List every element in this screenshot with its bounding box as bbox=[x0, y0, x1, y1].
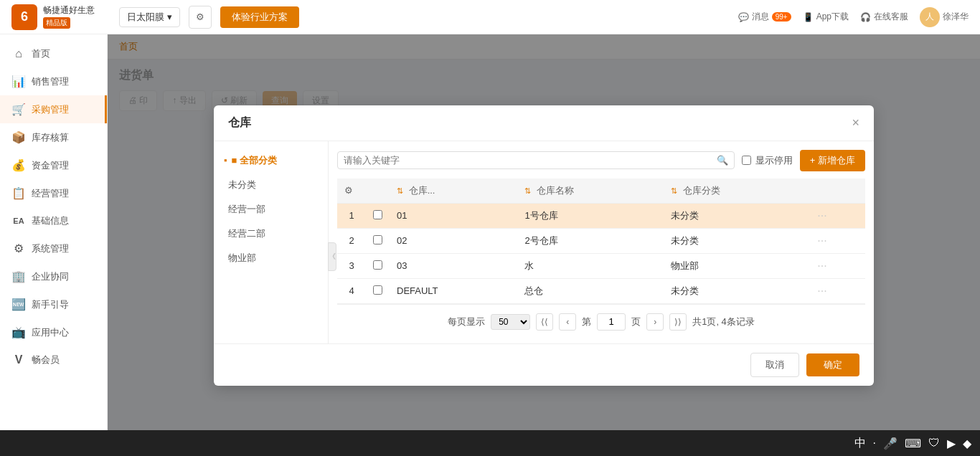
table-row[interactable]: 2 02 2号仓库 未分类 ··· bbox=[337, 228, 865, 253]
last-page-button[interactable]: ⟩⟩ bbox=[669, 313, 687, 331]
row-num: 2 bbox=[337, 228, 366, 253]
modal-overlay: 仓库 × ▪ ■ 全部分类 未分类 经营一部 经营二部 物业部 bbox=[108, 34, 980, 456]
headset-icon: 🎧 bbox=[860, 12, 871, 22]
trial-button[interactable]: 体验行业方案 bbox=[220, 6, 299, 28]
sidebar-item-purchase[interactable]: 🛒 采购管理 bbox=[0, 95, 107, 123]
row-category: 未分类 bbox=[664, 203, 810, 228]
app-download-button[interactable]: 📱 App下载 bbox=[803, 11, 849, 23]
col-actions-end bbox=[810, 179, 865, 204]
col-code[interactable]: ⇅ 仓库... bbox=[390, 179, 517, 204]
sidebar-item-inventory[interactable]: 📦 库存核算 bbox=[0, 123, 107, 151]
apps-icon: 📺 bbox=[11, 326, 26, 339]
pagination: 每页显示 50 20 100 ⟨⟨ ‹ 第 页 › bbox=[337, 304, 865, 335]
purchase-icon: 🛒 bbox=[11, 103, 26, 116]
user-profile-button[interactable]: 人 徐泽华 bbox=[920, 7, 969, 27]
search-input[interactable] bbox=[344, 155, 712, 166]
sidebar-item-guide[interactable]: 🆕 新手引导 bbox=[0, 290, 107, 318]
logo-text: 畅捷通好生意 bbox=[43, 5, 95, 16]
row-checkbox[interactable] bbox=[373, 235, 382, 244]
logo-badge: 精品版 bbox=[43, 17, 70, 29]
bottom-mic-icon[interactable]: 🎤 bbox=[883, 437, 897, 450]
bottom-dot-icon: · bbox=[873, 437, 876, 450]
table-row[interactable]: 3 03 水 物业部 ··· bbox=[337, 253, 865, 278]
bottom-zh-icon[interactable]: 中 bbox=[854, 436, 866, 451]
row-checkbox[interactable] bbox=[373, 210, 382, 219]
messages-badge: 99+ bbox=[772, 12, 791, 22]
basics-icon: EA bbox=[11, 217, 26, 225]
table-row[interactable]: 1 01 1号仓库 未分类 ··· bbox=[337, 203, 865, 228]
row-checkbox[interactable] bbox=[373, 260, 382, 270]
sidebar-item-enterprise[interactable]: 🏢 企业协同 bbox=[0, 262, 107, 290]
next-page-button[interactable]: › bbox=[646, 313, 664, 331]
per-page-select[interactable]: 50 20 100 bbox=[491, 314, 530, 330]
row-checkbox-cell[interactable] bbox=[366, 203, 390, 228]
table-toolbar: 🔍 显示停用 + 新增仓库 bbox=[337, 150, 865, 171]
category-item-unclassified[interactable]: 未分类 bbox=[214, 173, 328, 197]
row-name: 1号仓库 bbox=[517, 203, 664, 228]
col-category[interactable]: ⇅ 仓库分类 bbox=[664, 179, 810, 204]
online-service-button[interactable]: 🎧 在线客服 bbox=[860, 11, 908, 23]
row-num: 1 bbox=[337, 203, 366, 228]
sidebar-item-system[interactable]: ⚙ 系统管理 bbox=[0, 234, 107, 262]
warehouse-modal: 仓库 × ▪ ■ 全部分类 未分类 经营一部 经营二部 物业部 bbox=[214, 105, 874, 386]
row-category: 物业部 bbox=[664, 253, 810, 278]
row-more[interactable]: ··· bbox=[810, 278, 865, 303]
sidebar-item-home[interactable]: ⌂ 首页 bbox=[0, 40, 107, 67]
cancel-button[interactable]: 取消 bbox=[750, 353, 799, 377]
warehouse-table: ⚙ ⇅ 仓库... ⇅ bbox=[337, 179, 865, 304]
row-checkbox[interactable] bbox=[373, 285, 382, 295]
row-category: 未分类 bbox=[664, 228, 810, 253]
sidebar-item-membership[interactable]: V 畅会员 bbox=[0, 346, 107, 374]
gear-button[interactable]: ⚙ bbox=[189, 6, 212, 29]
grid-icon: ▪ bbox=[224, 155, 227, 166]
modal-body: ▪ ■ 全部分类 未分类 经营一部 经营二部 物业部 《 bbox=[214, 141, 874, 343]
show-disabled-checkbox[interactable] bbox=[742, 156, 751, 165]
logo-area: 6 畅捷通好生意 精品版 bbox=[11, 4, 119, 30]
sort-icon-name: ⇅ bbox=[524, 186, 531, 195]
sidebar-item-basics[interactable]: EA 基础信息 bbox=[0, 207, 107, 234]
row-name: 2号仓库 bbox=[517, 228, 664, 253]
row-num: 3 bbox=[337, 253, 366, 278]
modal-close-button[interactable]: × bbox=[852, 115, 859, 130]
confirm-button[interactable]: 确定 bbox=[806, 353, 859, 376]
row-code: 01 bbox=[390, 203, 517, 228]
first-page-button[interactable]: ⟨⟨ bbox=[536, 313, 553, 331]
sidebar-item-apps[interactable]: 📺 应用中心 bbox=[0, 318, 107, 346]
more-icon[interactable]: ··· bbox=[817, 285, 826, 297]
page-number-input[interactable] bbox=[597, 313, 626, 331]
col-checkbox bbox=[366, 179, 390, 204]
col-name[interactable]: ⇅ 仓库名称 bbox=[517, 179, 664, 204]
sidebar: ⌂ 首页 📊 销售管理 🛒 采购管理 📦 库存核算 💰 资金管理 📋 经营管理 … bbox=[0, 34, 108, 456]
sidebar-item-sales[interactable]: 📊 销售管理 bbox=[0, 67, 107, 95]
row-more[interactable]: ··· bbox=[810, 203, 865, 228]
category-panel: ▪ ■ 全部分类 未分类 经营一部 经营二部 物业部 《 bbox=[214, 141, 329, 343]
table-row[interactable]: 4 DEFAULT 总仓 未分类 ··· bbox=[337, 278, 865, 303]
membership-icon: V bbox=[11, 353, 26, 366]
more-icon[interactable]: ··· bbox=[817, 234, 826, 247]
show-disabled-label[interactable]: 显示停用 bbox=[742, 154, 793, 167]
row-checkbox-cell[interactable] bbox=[366, 253, 390, 278]
top-header: 6 畅捷通好生意 精品版 日太阳膜 ▾ ⚙ 体验行业方案 💬 消息 99+ 📱 … bbox=[0, 0, 980, 34]
row-checkbox-cell[interactable] bbox=[366, 278, 390, 303]
category-all[interactable]: ▪ ■ 全部分类 bbox=[214, 148, 328, 173]
category-item-dept1[interactable]: 经营一部 bbox=[214, 197, 328, 222]
store-select[interactable]: 日太阳膜 ▾ bbox=[119, 7, 180, 27]
sidebar-item-operations[interactable]: 📋 经营管理 bbox=[0, 179, 107, 207]
table-header-row: ⚙ ⇅ 仓库... ⇅ bbox=[337, 179, 865, 204]
row-more[interactable]: ··· bbox=[810, 253, 865, 278]
more-icon[interactable]: ··· bbox=[817, 260, 826, 272]
prev-page-button[interactable]: ‹ bbox=[559, 313, 576, 331]
category-item-property[interactable]: 物业部 bbox=[214, 246, 328, 270]
row-more[interactable]: ··· bbox=[810, 228, 865, 253]
sidebar-item-finance[interactable]: 💰 资金管理 bbox=[0, 151, 107, 179]
messages-button[interactable]: 💬 消息 99+ bbox=[738, 11, 791, 23]
add-warehouse-button[interactable]: + 新增仓库 bbox=[800, 150, 865, 171]
row-checkbox-cell[interactable] bbox=[366, 228, 390, 253]
guide-icon: 🆕 bbox=[11, 298, 26, 311]
category-item-dept2[interactable]: 经营二部 bbox=[214, 222, 328, 246]
collapse-button[interactable]: 《 bbox=[328, 242, 336, 271]
bottom-keyboard-icon[interactable]: ⌨ bbox=[905, 437, 921, 450]
content-area: 首页 进货单 🖨 印 ↑ 导出 ↺ 刷新 查询 设置 仓库 × bbox=[108, 34, 980, 456]
more-icon[interactable]: ··· bbox=[817, 209, 826, 222]
avatar: 人 bbox=[920, 7, 940, 27]
